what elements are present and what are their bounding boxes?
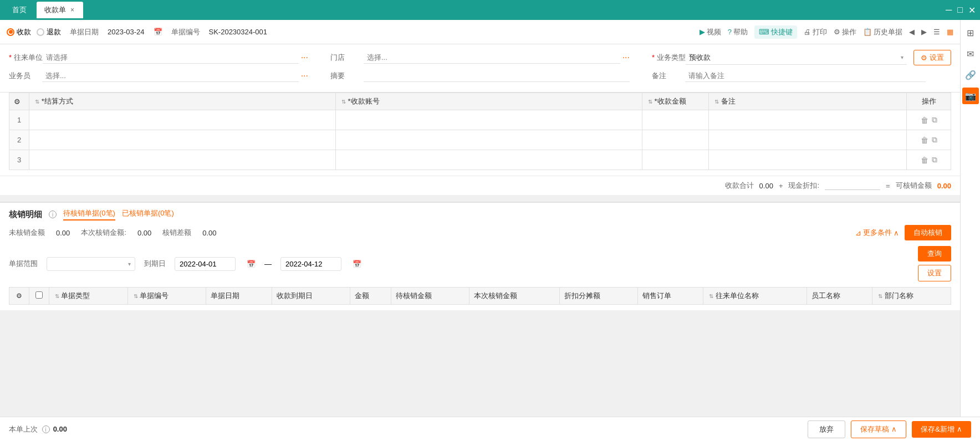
data-table: ⚙ ⇅ *结算方式 ⇅ *收款账号 ⇅ *收款金额 ⇅ [9, 93, 951, 170]
partner-more-icon[interactable]: ··· [301, 53, 308, 63]
staff-input[interactable] [42, 70, 299, 82]
list-view-icon[interactable]: ☰ [933, 28, 940, 36]
partner-input[interactable] [43, 52, 299, 64]
right-sidebar: ⊞ ✉ 🔗 📷 [960, 20, 980, 417]
calendar-to-icon[interactable]: 📅 [353, 260, 361, 268]
sidebar-mail-icon[interactable]: ✉ [962, 45, 979, 62]
biztype-value: 预收款 [689, 53, 901, 63]
row3-remark[interactable] [708, 150, 906, 170]
staff-more-icon[interactable]: ··· [301, 71, 308, 81]
row2-account[interactable] [335, 130, 642, 150]
row2-settlement[interactable] [29, 130, 336, 150]
recon-info-icon[interactable]: i [49, 211, 57, 218]
total-label: 收款合计 [725, 181, 754, 191]
settings-query-btn[interactable]: 设置 [918, 265, 951, 281]
shortcut-btn[interactable]: ⌨ 快捷键 [754, 25, 797, 39]
window-maximize-icon[interactable]: □ [957, 5, 963, 15]
discount-label: 现金折扣: [788, 181, 819, 191]
radio-tuikuan[interactable]: 退款 [37, 27, 61, 37]
table-settings-col[interactable]: ⚙ [9, 93, 29, 110]
row3-copy-icon[interactable]: ⧉ [932, 155, 937, 165]
print-btn[interactable]: 🖨 打印 [804, 27, 827, 37]
calendar-icon[interactable]: 📅 [154, 28, 162, 36]
radio-shoukuan[interactable]: 收款 [7, 27, 31, 37]
auto-reconcile-btn[interactable]: 自动核销 [905, 225, 951, 240]
section-divider [0, 195, 960, 198]
prev-icon[interactable]: ◀ [909, 28, 915, 36]
operate-btn[interactable]: ⚙ 操作 [834, 27, 856, 37]
main-content: 收款 退款 单据日期 2023-03-24 📅 单据编号 SK-20230324… [0, 20, 980, 417]
help-icon: ? [728, 28, 732, 36]
recon-header: 核销明细 i 待核销单据(0笔) 已核销单据(0笔) [9, 208, 951, 221]
footer: 本单上次 i 0.00 放弃 保存草稿 ∧ 保存&新增 ∧ [0, 417, 980, 441]
row1-remark[interactable] [708, 110, 906, 130]
toolbar-right: ▶ 视频 ? 帮助 ⌨ 快捷键 🖨 打印 ⚙ 操作 📋 历史单据 [700, 25, 953, 39]
summary-input[interactable] [364, 70, 630, 82]
row3-delete-icon[interactable]: 🗑 [921, 156, 928, 165]
save-draft-button[interactable]: 保存草稿 ∧ [851, 421, 906, 438]
video-btn[interactable]: ▶ 视频 [700, 27, 721, 37]
info-icon-footer[interactable]: i [42, 425, 50, 433]
range-select[interactable] [47, 257, 135, 271]
row1-amount[interactable] [642, 110, 708, 130]
lower-col-amount: 金额 [350, 288, 391, 305]
date-to-input[interactable] [280, 257, 341, 271]
total-val: 0.00 [759, 182, 773, 190]
date-from-input[interactable] [175, 257, 236, 271]
discount-input[interactable] [825, 181, 880, 190]
tab-done[interactable]: 已核销单据(0笔) [122, 208, 174, 221]
settings-button[interactable]: ⚙ 设置 [913, 50, 951, 65]
row2-copy-icon[interactable]: ⧉ [932, 135, 937, 145]
form-row-2: 业务员 ··· 摘要 备注 [9, 70, 951, 82]
biztype-select[interactable]: 预收款 ▾ [686, 51, 907, 65]
row1-account[interactable] [335, 110, 642, 130]
lower-col-partner: ⇅ 往来单位名称 [703, 288, 807, 305]
row3-account[interactable] [335, 150, 642, 170]
row1-delete-icon[interactable]: 🗑 [921, 116, 928, 125]
date-range-dash: — [264, 260, 272, 268]
window-close-icon[interactable]: ✕ [968, 5, 976, 16]
tab-home[interactable]: 首页 [4, 2, 34, 18]
remark-input[interactable] [685, 70, 926, 82]
tab-pending[interactable]: 待核销单据(0笔) [63, 208, 115, 221]
sidebar-link-icon[interactable]: 🔗 [962, 66, 979, 83]
save-new-button[interactable]: 保存&新增 ∧ [912, 421, 971, 438]
next-icon[interactable]: ▶ [921, 28, 927, 36]
row1-copy-icon[interactable]: ⧉ [932, 115, 937, 125]
row2-delete-icon[interactable]: 🗑 [921, 136, 928, 145]
tab-bar: 首页 收款单 × ─ □ ✕ [0, 0, 980, 20]
uncanceled-label: 未核销金额 [9, 228, 45, 238]
sidebar-table-icon[interactable]: ⊞ [962, 24, 979, 41]
history-icon: 📋 [863, 28, 872, 36]
history-btn[interactable]: 📋 历史单据 [863, 27, 902, 37]
chevron-up-save-icon: ∧ [957, 425, 962, 433]
more-conditions-btn[interactable]: ⊿ 更多条件 ∧ [855, 228, 899, 238]
row2-remark[interactable] [708, 130, 906, 150]
help-btn[interactable]: ? 帮助 [728, 27, 748, 37]
row3-settlement[interactable] [29, 150, 336, 170]
operate-icon: ⚙ [834, 28, 840, 36]
col-settlement: ⇅ *结算方式 [29, 93, 336, 110]
row1-settlement[interactable] [29, 110, 336, 130]
tab-active[interactable]: 收款单 × [37, 2, 83, 18]
lower-col-checkbox[interactable] [29, 288, 49, 305]
row3-action: 🗑 ⧉ [907, 150, 951, 170]
window-minimize-icon[interactable]: ─ [946, 5, 952, 15]
store-input[interactable] [364, 52, 620, 64]
lower-col-settings[interactable]: ⚙ [9, 288, 29, 305]
sidebar-camera-icon[interactable]: 📷 [962, 88, 979, 104]
grid-view-icon[interactable]: ▦ [947, 28, 953, 36]
footer-current-label: 本单上次 i [9, 424, 50, 434]
date-label: 单据日期 [70, 27, 99, 37]
radio-shoukuan-circle [7, 28, 14, 36]
table-row: 1 🗑 ⧉ [9, 110, 951, 130]
select-all-checkbox[interactable] [35, 291, 43, 299]
row2-amount[interactable] [642, 130, 708, 150]
discard-button[interactable]: 放弃 [808, 421, 845, 438]
store-more-icon[interactable]: ··· [622, 53, 630, 63]
row3-amount[interactable] [642, 150, 708, 170]
query-btn[interactable]: 查询 [918, 246, 951, 261]
tab-close-icon[interactable]: × [69, 6, 75, 14]
plus-sign: + [779, 182, 783, 190]
calendar-from-icon[interactable]: 📅 [247, 260, 256, 268]
